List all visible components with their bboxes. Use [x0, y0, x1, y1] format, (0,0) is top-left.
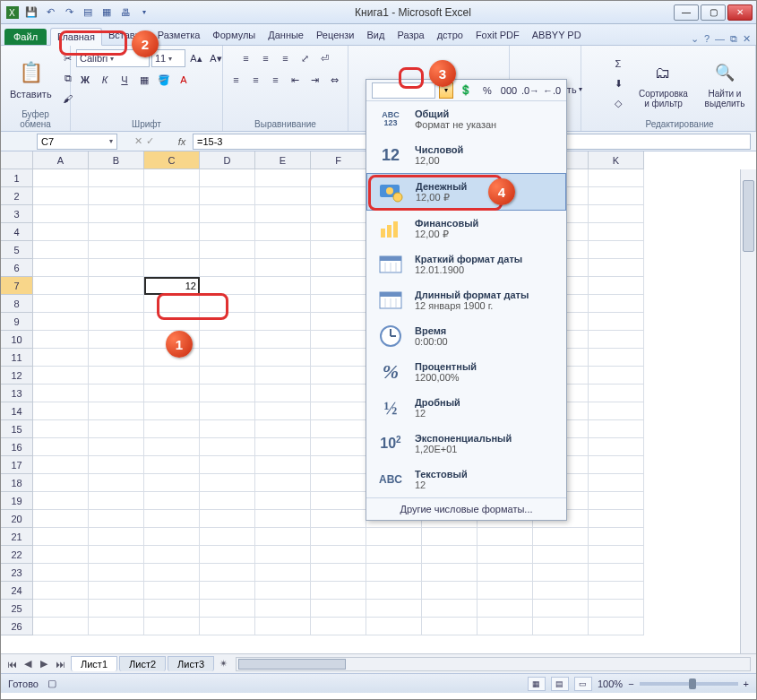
cell[interactable]	[89, 600, 144, 618]
ribbon-tab-9[interactable]: Foxit PDF	[469, 27, 526, 45]
cell[interactable]	[33, 367, 89, 385]
cell[interactable]	[144, 349, 200, 367]
cell[interactable]	[589, 420, 644, 438]
cell[interactable]	[200, 582, 255, 600]
cell[interactable]	[144, 169, 200, 187]
cell[interactable]	[89, 241, 144, 259]
cell[interactable]	[589, 169, 644, 187]
cell[interactable]	[255, 385, 311, 402]
cell[interactable]	[33, 600, 89, 618]
cell[interactable]	[200, 241, 255, 259]
cell[interactable]	[33, 313, 89, 331]
cell[interactable]	[89, 205, 144, 223]
sheet-tab[interactable]: Лист1	[71, 656, 117, 671]
cell[interactable]	[89, 564, 144, 582]
cell[interactable]	[311, 385, 366, 402]
cell[interactable]	[144, 618, 200, 635]
cell[interactable]	[33, 492, 89, 510]
number-format-item-текстовый[interactable]: ABCТекстовый12	[366, 462, 566, 497]
cell[interactable]	[89, 169, 144, 187]
zoom-in-icon[interactable]: +	[744, 678, 749, 689]
cell[interactable]	[366, 600, 422, 618]
cell[interactable]	[200, 438, 255, 456]
border-icon[interactable]: ▦	[135, 71, 153, 89]
cell[interactable]	[89, 331, 144, 349]
cell[interactable]	[144, 241, 200, 259]
cell[interactable]	[33, 420, 89, 438]
cell[interactable]	[200, 169, 255, 187]
column-header[interactable]: K	[589, 151, 644, 169]
page-break-view-icon[interactable]: ▭	[574, 677, 592, 691]
align-top-icon[interactable]: ≡	[237, 49, 255, 67]
cell[interactable]	[144, 402, 200, 420]
cell[interactable]	[311, 420, 366, 438]
cell[interactable]	[311, 205, 366, 223]
fill-color-icon[interactable]: 🪣	[155, 71, 173, 89]
cell[interactable]	[255, 169, 311, 187]
align-left-icon[interactable]: ≡	[228, 71, 245, 89]
number-format-field[interactable]	[372, 82, 435, 99]
row-header[interactable]: 26	[1, 618, 33, 635]
cell[interactable]	[255, 618, 311, 635]
cell[interactable]	[589, 582, 644, 600]
page-layout-view-icon[interactable]: ▤	[551, 677, 569, 691]
cell[interactable]	[589, 402, 644, 420]
cell[interactable]	[589, 618, 644, 635]
cell[interactable]	[366, 582, 422, 600]
cell[interactable]	[311, 187, 366, 205]
cell[interactable]	[33, 241, 89, 259]
cell[interactable]	[33, 187, 89, 205]
cell[interactable]	[533, 564, 589, 582]
cell[interactable]	[89, 277, 144, 295]
ribbon-tab-6[interactable]: Вид	[361, 27, 391, 45]
cell[interactable]	[311, 367, 366, 385]
ribbon-tab-8[interactable]: дстро	[431, 27, 469, 45]
cell[interactable]	[589, 241, 644, 259]
number-format-item-время[interactable]: Время0:00:00	[366, 318, 566, 354]
paste-button[interactable]: 📋 Вставить	[6, 56, 56, 101]
row-header[interactable]: 21	[1, 528, 33, 546]
cell[interactable]	[422, 600, 477, 618]
cell[interactable]	[89, 367, 144, 385]
cell[interactable]	[200, 546, 255, 564]
cell[interactable]	[144, 187, 200, 205]
cell[interactable]	[477, 618, 533, 635]
cell[interactable]	[311, 331, 366, 349]
cell[interactable]	[311, 582, 366, 600]
column-header[interactable]: A	[33, 151, 89, 169]
font-name-combo[interactable]: Calibri▾	[76, 49, 150, 67]
cell[interactable]	[144, 367, 200, 385]
cell[interactable]	[144, 546, 200, 564]
cell[interactable]	[200, 295, 255, 313]
row-header[interactable]: 8	[1, 295, 33, 313]
cell[interactable]	[255, 223, 311, 241]
fill-icon[interactable]: ⬇	[609, 74, 627, 92]
cell[interactable]	[311, 295, 366, 313]
cell[interactable]	[366, 528, 422, 546]
bold-button[interactable]: Ж	[76, 71, 94, 89]
row-header[interactable]: 24	[1, 582, 33, 600]
cell[interactable]	[144, 582, 200, 600]
row-header[interactable]: 15	[1, 420, 33, 438]
cell[interactable]	[33, 618, 89, 635]
cell[interactable]	[200, 313, 255, 331]
ribbon-tab-7[interactable]: Разра	[391, 27, 430, 45]
cell[interactable]	[89, 420, 144, 438]
cell[interactable]	[33, 438, 89, 456]
align-right-icon[interactable]: ≡	[267, 71, 285, 89]
row-header[interactable]: 13	[1, 385, 33, 402]
comma-icon[interactable]: 000	[500, 82, 518, 99]
cell[interactable]	[89, 223, 144, 241]
underline-button[interactable]: Ч	[116, 71, 133, 89]
sheet-tab[interactable]: Лист2	[119, 656, 166, 671]
increase-font-icon[interactable]: A▴	[187, 49, 205, 67]
cell[interactable]	[200, 277, 255, 295]
number-format-item-краткий формат даты[interactable]: Краткий формат даты12.01.1900	[366, 246, 566, 282]
cell[interactable]	[144, 438, 200, 456]
ribbon-tab-3[interactable]: Формулы	[206, 27, 262, 45]
merge-icon[interactable]: ⇔	[326, 71, 344, 89]
cell[interactable]	[477, 546, 533, 564]
cell[interactable]	[144, 600, 200, 618]
cell[interactable]	[311, 618, 366, 635]
cell[interactable]	[589, 600, 644, 618]
